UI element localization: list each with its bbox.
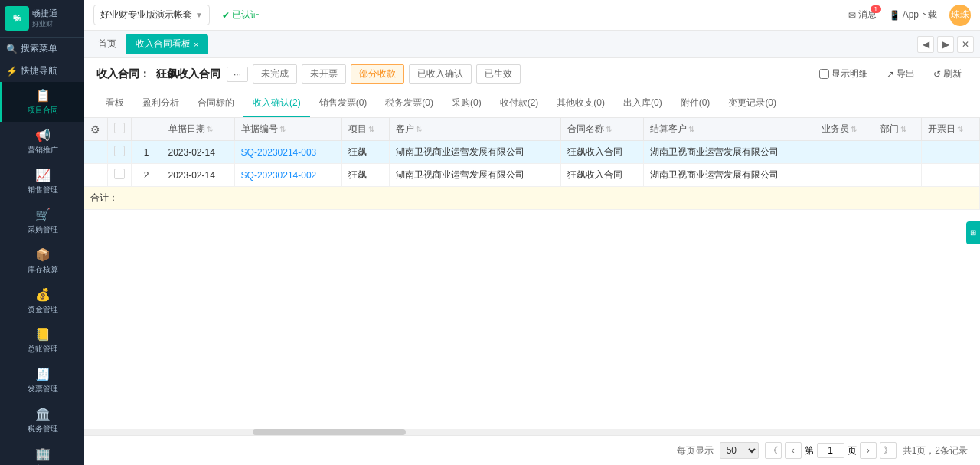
th-doc-no[interactable]: 单据编号⇅ [234,118,341,141]
th-project[interactable]: 项目⇅ [341,118,389,141]
doc-no-sort-icon[interactable]: ⇅ [279,125,286,133]
row-department-0 [874,141,921,164]
finance-icon: 💰 [35,287,51,302]
row-project-0: 狂飙 [341,141,389,164]
customer-sort-icon[interactable]: ⇅ [416,125,422,133]
right-panel-toggle[interactable]: ⊞ [966,221,980,244]
tab-payment[interactable]: 收付款(2) [491,90,548,117]
th-date[interactable]: 单据日期⇅ [162,118,234,141]
last-page-button[interactable]: 》 [880,442,897,459]
app-download-button[interactable]: 📱 App下载 [889,8,937,21]
status-incomplete-button[interactable]: 未完成 [253,64,297,84]
tab-other-income[interactable]: 其他收支(0) [547,90,614,117]
inner-tabs: 看板 盈利分析 合同标的 收入确认(2) 销售发票(0) 税务发票(0) 采购(… [84,90,980,118]
select-all-checkbox[interactable] [114,123,125,133]
tab-attachment[interactable]: 附件(0) [671,90,720,117]
horizontal-scrollbar[interactable] [84,429,980,435]
company-name: 好业财专业版演示帐套 [100,8,192,21]
open-date-sort-icon[interactable]: ⇅ [957,125,963,133]
row-doc-no-0[interactable]: SQ-20230214-003 [234,141,341,164]
row-checkbox-1[interactable] [107,164,131,187]
row-settings-1[interactable] [84,164,107,187]
logo-icon: 畅 [5,6,29,31]
tab-contract-subject[interactable]: 合同标的 [188,90,243,117]
tab-revenue-confirm[interactable]: 收入确认(2) [243,90,310,117]
row-checkbox-0[interactable] [107,141,131,164]
sales-icon: 📈 [35,168,51,182]
sidebar-item-tax[interactable]: 🏛️ 税务管理 [0,401,84,440]
sidebar-item-finance[interactable]: 💰 资金管理 [0,281,84,321]
row-settle-1: 湖南卫视商业运营发展有限公司 [644,164,815,187]
tab-sales-invoice[interactable]: 销售发票(0) [310,90,377,117]
refresh-button[interactable]: ↺ 刷新 [927,65,968,83]
message-button[interactable]: ✉ 1 消息 [848,8,877,21]
th-settle-customer[interactable]: 结算客户⇅ [644,118,815,141]
sidebar-item-purchase[interactable]: 🛒 采购管理 [0,201,84,241]
user-avatar[interactable]: 珠珠 [949,5,971,26]
status-partial-button[interactable]: 部分收款 [351,64,404,84]
first-page-button[interactable]: 《 [765,442,782,459]
sidebar-item-marketing[interactable]: 📢 营销推广 [0,122,84,162]
show-detail-input[interactable] [819,69,829,79]
tab-tax-invoice[interactable]: 税务发票(0) [376,90,443,117]
tab-close-all-button[interactable]: ✕ [957,36,974,53]
show-detail-checkbox[interactable]: 显示明细 [813,65,874,83]
table-row[interactable]: 1 2023-02-14 SQ-20230214-003 狂飙 湖南卫视商业运营… [84,141,980,164]
tab-kanban[interactable]: 看板 [96,90,133,117]
sidebar-item-project-contract[interactable]: 📋 项目合同 [0,82,84,122]
row-num-0: 1 [131,141,162,164]
row-open-date-0 [921,141,979,164]
settings-icon[interactable]: ⚙ [90,123,100,136]
sidebar-quick-nav[interactable]: ⚡ 快捷导航 [0,60,84,82]
total-label: 合计： [84,187,980,210]
tab-close-button[interactable]: × [194,40,198,49]
more-button[interactable]: ··· [227,67,248,82]
sidebar-item-inventory[interactable]: 📦 库存核算 [0,241,84,281]
export-label: 导出 [897,67,915,80]
next-page-button[interactable]: › [860,442,877,459]
sidebar-item-fixed-assets[interactable]: 🏢 固定资产 [0,440,84,465]
scrollbar-thumb[interactable] [253,429,406,435]
department-sort-icon[interactable]: ⇅ [900,125,906,133]
date-sort-icon[interactable]: ⇅ [207,125,213,133]
th-open-date[interactable]: 开票日⇅ [921,118,979,141]
project-sort-icon[interactable]: ⇅ [368,125,374,133]
tab-warehouse[interactable]: 出入库(0) [614,90,671,117]
tab-next-button[interactable]: ▶ [937,36,954,53]
status-confirmed-button[interactable]: 已收入确认 [409,64,472,84]
status-active-button[interactable]: 已生效 [476,64,521,84]
prev-page-button[interactable]: ‹ [785,442,802,459]
th-department[interactable]: 部门⇅ [874,118,921,141]
sidebar-item-general-ledger[interactable]: 📒 总账管理 [0,321,84,361]
row-customer-1: 湖南卫视商业运营发展有限公司 [389,164,560,187]
per-page-select[interactable]: 20 50 100 [720,442,759,459]
row-doc-no-1[interactable]: SQ-20230214-002 [234,164,341,187]
app-download-label: App下载 [903,8,937,21]
home-tab[interactable]: 首页 [90,34,124,54]
th-settings[interactable]: ⚙ [84,118,107,141]
tab-prev-button[interactable]: ◀ [917,36,934,53]
tab-change-log[interactable]: 变更记录(0) [719,90,786,117]
company-selector[interactable]: 好业财专业版演示帐套 ▼ [93,5,210,25]
sidebar-item-sales[interactable]: 📈 销售管理 [0,162,84,201]
th-salesperson[interactable]: 业务员⇅ [815,118,874,141]
table-row[interactable]: 2 2023-02-14 SQ-20230214-002 狂飙 湖南卫视商业运营… [84,164,980,187]
quick-nav-icon: ⚡ [6,66,18,77]
contract-sort-icon[interactable]: ⇅ [606,125,612,133]
row-settle-0: 湖南卫视商业运营发展有限公司 [644,141,815,164]
sidebar-item-invoice[interactable]: 🧾 发票管理 [0,361,84,401]
page-input[interactable] [817,443,844,458]
th-checkbox[interactable] [107,118,131,141]
salesperson-sort-icon[interactable]: ⇅ [851,125,857,133]
th-contract[interactable]: 合同名称⇅ [561,118,644,141]
export-button[interactable]: ↗ 导出 [880,65,921,83]
th-customer[interactable]: 客户⇅ [389,118,560,141]
status-uninvoiced-button[interactable]: 未开票 [302,64,346,84]
search-icon: 🔍 [6,44,18,54]
tab-purchase[interactable]: 采购(0) [443,90,491,117]
settle-customer-sort-icon[interactable]: ⇅ [688,125,694,133]
sidebar-search[interactable]: 🔍 搜索菜单 [0,38,84,60]
tab-profit[interactable]: 盈利分析 [133,90,188,117]
row-settings-0[interactable] [84,141,107,164]
active-tab[interactable]: 收入合同看板 × [126,34,208,54]
